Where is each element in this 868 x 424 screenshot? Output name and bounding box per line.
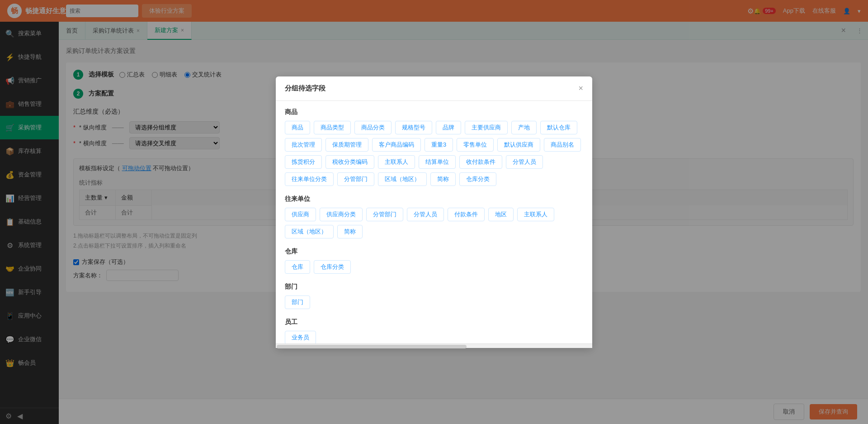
field-tags-dept: 部门 bbox=[285, 295, 583, 309]
field-tag[interactable]: 地区 bbox=[488, 208, 514, 221]
field-tag[interactable]: 简称 bbox=[430, 172, 456, 186]
field-tag[interactable]: 税收分类编码 bbox=[326, 155, 374, 169]
modal-close-button[interactable]: × bbox=[578, 84, 583, 93]
field-tag[interactable]: 付款条件 bbox=[448, 208, 485, 221]
field-tag[interactable]: 分管人员 bbox=[407, 208, 444, 221]
field-tag[interactable]: 分管人员 bbox=[506, 155, 543, 169]
field-tag[interactable]: 商品类型 bbox=[314, 121, 351, 134]
field-tag[interactable]: 供应商 bbox=[285, 208, 316, 221]
group-title-warehouse: 仓库 bbox=[285, 248, 583, 256]
field-tag[interactable]: 商品 bbox=[285, 121, 310, 134]
modal-dialog: 分组待选字段 × 商品 商品 商品类型 商品分类 规格型号 品牌 主要供应商 产… bbox=[276, 76, 592, 348]
field-tag[interactable]: 仓库 bbox=[285, 260, 310, 274]
field-tag[interactable]: 重量3 bbox=[425, 138, 453, 152]
field-tag[interactable]: 简称 bbox=[337, 225, 363, 238]
field-tags-employee: 业务员 bbox=[285, 331, 583, 344]
field-tag[interactable]: 仓库分类 bbox=[459, 172, 496, 186]
field-tag[interactable]: 仓库分类 bbox=[314, 260, 351, 274]
modal-header: 分组待选字段 × bbox=[276, 76, 592, 101]
field-tag[interactable]: 默认仓库 bbox=[540, 121, 577, 134]
field-tag[interactable]: 零售单位 bbox=[457, 138, 494, 152]
field-tags-contacts: 供应商 供应商分类 分管部门 分管人员 付款条件 地区 主联系人 区域（地区） … bbox=[285, 208, 583, 238]
field-group-contacts: 往来单位 供应商 供应商分类 分管部门 分管人员 付款条件 地区 主联系人 区域… bbox=[285, 195, 583, 238]
field-tag[interactable]: 品牌 bbox=[436, 121, 461, 134]
field-group-warehouse: 仓库 仓库 仓库分类 bbox=[285, 248, 583, 274]
modal-horizontal-scrollbar[interactable] bbox=[276, 343, 592, 348]
field-tags-warehouse: 仓库 仓库分类 bbox=[285, 260, 583, 274]
field-group-employee: 员工 业务员 bbox=[285, 318, 583, 344]
field-tag[interactable]: 客户商品编码 bbox=[372, 138, 421, 152]
group-title-dept: 部门 bbox=[285, 283, 583, 291]
field-tag[interactable]: 主联系人 bbox=[517, 208, 554, 221]
field-group-dept: 部门 部门 bbox=[285, 283, 583, 309]
modal-overlay[interactable]: 分组待选字段 × 商品 商品 商品类型 商品分类 规格型号 品牌 主要供应商 产… bbox=[0, 0, 868, 424]
modal-body: 商品 商品 商品类型 商品分类 规格型号 品牌 主要供应商 产地 默认仓库 批次… bbox=[276, 101, 592, 344]
modal-title: 分组待选字段 bbox=[285, 84, 326, 93]
field-tag[interactable]: 业务员 bbox=[285, 331, 316, 344]
field-tag[interactable]: 主要供应商 bbox=[465, 121, 508, 134]
field-tag[interactable]: 拣货积分 bbox=[285, 155, 322, 169]
field-tag[interactable]: 商品别名 bbox=[544, 138, 581, 152]
group-title-goods: 商品 bbox=[285, 108, 583, 116]
field-tag[interactable]: 区域（地区） bbox=[378, 172, 427, 186]
group-title-employee: 员工 bbox=[285, 318, 583, 326]
field-tag[interactable]: 默认供应商 bbox=[497, 138, 540, 152]
field-tag[interactable]: 商品分类 bbox=[354, 121, 392, 134]
field-tag[interactable]: 区域（地区） bbox=[285, 225, 334, 238]
field-tag[interactable]: 结算单位 bbox=[419, 155, 456, 169]
scrollbar-thumb bbox=[277, 345, 467, 348]
field-tag[interactable]: 保质期管理 bbox=[326, 138, 368, 152]
field-group-goods: 商品 商品 商品类型 商品分类 规格型号 品牌 主要供应商 产地 默认仓库 批次… bbox=[285, 108, 583, 186]
field-tags-goods: 商品 商品类型 商品分类 规格型号 品牌 主要供应商 产地 默认仓库 批次管理 … bbox=[285, 121, 583, 186]
field-tag[interactable]: 分管部门 bbox=[366, 208, 403, 221]
group-title-contacts: 往来单位 bbox=[285, 195, 583, 203]
field-tag[interactable]: 分管部门 bbox=[337, 172, 374, 186]
field-tag[interactable]: 主联系人 bbox=[378, 155, 415, 169]
field-tag[interactable]: 收付款条件 bbox=[459, 155, 502, 169]
field-tag[interactable]: 产地 bbox=[511, 121, 537, 134]
field-tag[interactable]: 供应商分类 bbox=[320, 208, 363, 221]
field-tag[interactable]: 往来单位分类 bbox=[285, 172, 334, 186]
field-tag[interactable]: 规格型号 bbox=[395, 121, 432, 134]
field-tag[interactable]: 部门 bbox=[285, 295, 310, 309]
field-tag[interactable]: 批次管理 bbox=[285, 138, 322, 152]
